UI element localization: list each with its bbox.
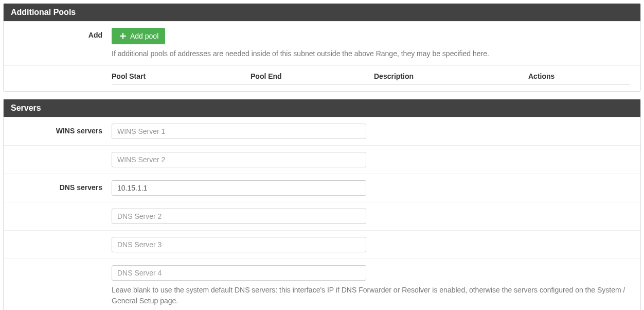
wins1-row: WINS servers [4,117,640,145]
wins-server-1-input[interactable] [112,124,366,139]
dns-server-2-input[interactable] [112,209,366,224]
servers-panel: Servers WINS servers DNS servers [3,99,641,310]
dns-server-3-input[interactable] [112,237,366,252]
pool-col-description: Description [374,72,528,80]
wins-label: WINS servers [4,124,112,135]
pool-table-row: Pool Start Pool End Description Actions [4,65,640,91]
pool-col-start: Pool Start [112,72,251,80]
dns-server-1-input[interactable] [112,180,366,196]
pool-table-header: Pool Start Pool End Description Actions [112,72,630,85]
add-pool-button-label: Add pool [130,32,158,40]
pool-col-end: Pool End [251,72,374,80]
add-label: Add [4,28,112,39]
add-pool-row: Add Add pool If additional pools of addr… [4,21,640,65]
dns-server-4-input[interactable] [112,265,366,281]
pool-col-actions: Actions [528,72,630,80]
additional-pools-panel: Additional Pools Add Add pool If additio… [3,3,641,92]
dns1-row: DNS servers [4,174,640,202]
additional-pools-title: Additional Pools [4,4,640,21]
dns2-row [4,202,640,230]
dns-label: DNS servers [4,180,112,192]
plus-icon [118,31,128,41]
dns-help-text: Leave blank to use the system default DN… [112,285,630,306]
add-pool-help: If additional pools of addresses are nee… [112,48,630,59]
dns3-row [4,230,640,259]
servers-title: Servers [4,99,640,117]
dns4-row: Leave blank to use the system default DN… [4,259,640,310]
wins2-row [4,145,640,174]
wins-server-2-input[interactable] [112,152,366,167]
add-pool-button[interactable]: Add pool [112,28,165,44]
